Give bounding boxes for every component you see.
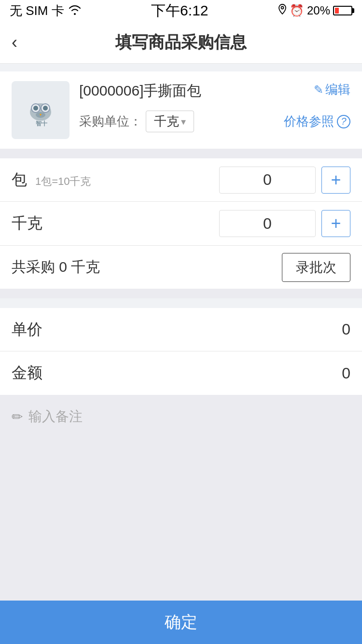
- input-section: 包 1包=10千克 0 + 千克 0 +: [0, 158, 362, 245]
- unit-price-row: 单价 0: [0, 308, 362, 351]
- edit-icon: ✎: [314, 83, 323, 97]
- status-left: 无 SIM 卡: [10, 2, 82, 19]
- amount-row: 金额 0: [0, 351, 362, 395]
- amount-value: 0: [342, 364, 350, 382]
- pencil-icon: ✏: [12, 409, 23, 425]
- battery-percent: 20%: [307, 4, 330, 17]
- kg-label: 千克: [12, 213, 70, 234]
- edit-button[interactable]: ✎ 编辑: [314, 81, 350, 98]
- battery-icon: [333, 6, 352, 15]
- help-icon: ?: [337, 115, 350, 128]
- content-area: [0, 438, 362, 602]
- product-card: 智十 [0000006]手撕面包 ✎ 编辑 采购单位： 千克 ▾ 价格参照 ?: [0, 71, 362, 149]
- kg-plus-button[interactable]: +: [321, 210, 350, 237]
- svg-text:智十: 智十: [35, 120, 48, 127]
- kg-input-control: 0 +: [70, 210, 350, 237]
- nav-bar: ‹ 填写商品采购信息: [0, 21, 362, 64]
- product-info: [0000006]手撕面包 ✎ 编辑 采购单位： 千克 ▾ 价格参照 ?: [79, 81, 350, 132]
- status-time: 下午6:12: [151, 1, 208, 21]
- alarm-icon: ⏰: [290, 4, 304, 17]
- unit-price-label: 单价: [12, 319, 42, 340]
- batch-button[interactable]: 录批次: [282, 253, 350, 282]
- remark-placeholder: 输入备注: [28, 407, 83, 426]
- svg-point-0: [281, 7, 283, 9]
- remark-section[interactable]: ✏ 输入备注: [0, 395, 362, 438]
- page-title: 填写商品采购信息: [115, 31, 247, 54]
- summary-row: 共采购 0 千克 录批次: [0, 245, 362, 289]
- kg-number-input[interactable]: 0: [219, 210, 316, 237]
- bag-input-control: 0 +: [91, 167, 350, 194]
- unit-select[interactable]: 千克 ▾: [146, 111, 194, 132]
- purchase-unit: 采购单位： 千克 ▾: [79, 111, 194, 132]
- summary-text: 共采购 0 千克: [12, 257, 100, 277]
- price-section: 单价 0 金额 0: [0, 308, 362, 395]
- bag-sub-label: 1包=10千克: [35, 175, 91, 187]
- divider-1: [0, 149, 362, 158]
- back-button[interactable]: ‹: [12, 32, 17, 53]
- kg-input-row: 千克 0 +: [0, 202, 362, 245]
- price-ref-button[interactable]: 价格参照 ?: [284, 113, 350, 130]
- bag-input-row: 包 1包=10千克 0 +: [0, 158, 362, 202]
- confirm-button[interactable]: 确定: [0, 601, 362, 644]
- unit-price-value: 0: [342, 321, 350, 338]
- bag-label: 包 1包=10千克: [12, 169, 91, 191]
- bag-plus-button[interactable]: +: [321, 167, 350, 194]
- svg-point-5: [33, 106, 38, 111]
- product-meta: 采购单位： 千克 ▾ 价格参照 ?: [79, 111, 350, 132]
- location-icon: [278, 4, 287, 17]
- divider-2: [0, 289, 362, 298]
- carrier-text: 无 SIM 卡: [10, 2, 64, 19]
- product-image: 智十: [12, 81, 70, 139]
- wifi-icon: [68, 3, 82, 18]
- svg-point-6: [43, 106, 48, 111]
- bag-number-input[interactable]: 0: [219, 167, 316, 194]
- amount-label: 金额: [12, 363, 42, 384]
- status-right: ⏰ 20%: [278, 4, 352, 17]
- product-name: [0000006]手撕面包: [79, 81, 201, 101]
- status-bar: 无 SIM 卡 下午6:12 ⏰ 20%: [0, 0, 362, 21]
